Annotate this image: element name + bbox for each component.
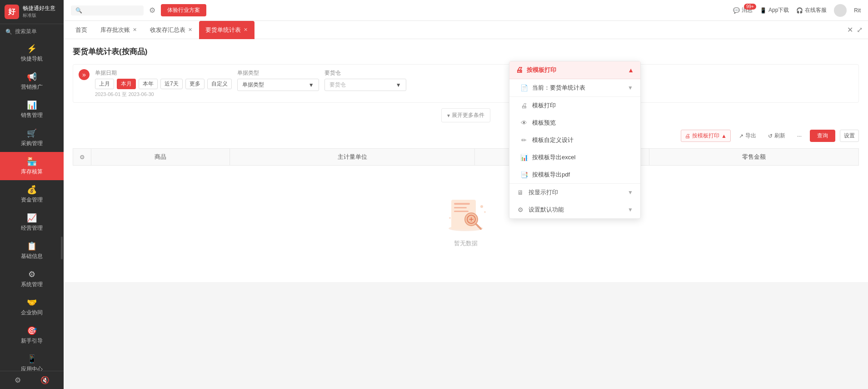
operations-icon: 📈 <box>27 213 37 223</box>
app-name: 畅捷通好生意 <box>23 5 55 12</box>
warehouse-filter-label: 要货仓 <box>324 69 406 77</box>
tab-order-stats[interactable]: 要货单统计表 ✕ <box>199 21 254 39</box>
sidebar-item-quicknav[interactable]: ⚡ 快捷导航 <box>0 39 64 67</box>
trial-button[interactable]: 体验行业方案 <box>161 4 206 16</box>
search-icon: 🔍 <box>5 29 12 35</box>
sidebar-item-marketing[interactable]: 📢 营销推广 <box>0 67 64 96</box>
current-template-icon: 📄 <box>520 84 528 91</box>
print-dropdown-menu: 🖨 按模板打印 ▲ 📄 当前：要货单统计表 ▼ 🖨 模板打印 👁 模板预览 ✏ … <box>509 61 641 219</box>
empty-state-text: 暂无数据 <box>454 239 478 248</box>
date-filter-label: 单据日期 <box>95 69 232 77</box>
pdf-export-icon: 📑 <box>520 171 528 178</box>
message-icon: 💬 <box>733 7 740 14</box>
maximize-window-icon[interactable]: ⤢ <box>857 25 863 34</box>
warehouse-select[interactable]: 要货仓 ▼ <box>324 79 406 91</box>
template-print-item[interactable]: 🖨 模板打印 <box>509 97 640 114</box>
sidebar-item-basics[interactable]: 📋 基础信息 <box>0 237 64 265</box>
filter-toggle-button[interactable]: » <box>79 69 90 80</box>
date-btn-more[interactable]: 更多 <box>185 79 205 89</box>
dropdown-chevron-up-icon: ▲ <box>628 66 634 74</box>
date-btn-last-month[interactable]: 上月 <box>95 79 114 89</box>
current-template-item[interactable]: 📄 当前：要货单统计表 ▼ <box>509 79 640 96</box>
sidebar: 好 畅捷通好生意 标准版 🔍 搜索菜单 ⚡ 快捷导航 📢 营销推广 📊 销售管理… <box>0 0 64 389</box>
topbar-search[interactable]: 🔍 <box>71 5 144 15</box>
set-default-item[interactable]: ⚙ 设置默认功能 ▼ <box>509 201 640 218</box>
sidebar-item-sales[interactable]: 📊 销售管理 <box>0 96 64 124</box>
guide-icon: 🎯 <box>27 326 37 336</box>
app-logo: 好 畅捷通好生意 标准版 <box>0 0 64 24</box>
topbar-gear-icon[interactable]: ⚙ <box>149 6 155 15</box>
close-window-icon[interactable]: ✕ <box>847 25 853 34</box>
headset-icon: 🎧 <box>796 7 803 14</box>
svg-point-11 <box>484 211 486 213</box>
template-design-icon: ✏ <box>520 136 528 144</box>
date-btn-custom[interactable]: 自定义 <box>207 79 232 89</box>
tab-close-stock-summary[interactable]: ✕ <box>188 27 192 33</box>
print-dropdown-header[interactable]: 🖨 按模板打印 ▲ <box>509 61 640 79</box>
table-column-settings-icon[interactable]: ⚙ <box>80 154 85 161</box>
sidebar-item-finance[interactable]: 💰 资金管理 <box>0 180 64 208</box>
col-header-retail: 零售金额 <box>649 149 858 166</box>
display-print-item[interactable]: 🖥 按显示打印 ▼ <box>509 184 640 201</box>
col-header-goods: 商品 <box>91 149 230 166</box>
print-dropdown-button[interactable]: 🖨 按模板打印 ▲ <box>681 130 731 142</box>
warehouse-filter-group: 要货仓 要货仓 ▼ <box>324 69 406 91</box>
template-preview-item[interactable]: 👁 模板预览 <box>509 114 640 131</box>
marketing-icon: 📢 <box>27 72 37 82</box>
data-table: ⚙ 商品 主计量单位 主数量 零售金额 <box>73 148 859 275</box>
date-btn-7days[interactable]: 近7天 <box>160 79 183 89</box>
date-btn-this-month[interactable]: 本月 <box>117 79 136 89</box>
more-button[interactable]: ··· <box>793 131 805 141</box>
empty-state: 暂无数据 <box>73 166 859 275</box>
sidebar-item-appcenter[interactable]: 📱 应用中心 <box>0 349 64 371</box>
collab-icon: 🤝 <box>27 298 37 308</box>
tab-home[interactable]: 首页 <box>69 21 94 39</box>
sidebar-item-operations[interactable]: 📈 经营管理 <box>0 208 64 237</box>
col-header-unit: 主计量单位 <box>230 149 475 166</box>
sidebar-item-collab[interactable]: 🤝 企业协同 <box>0 293 64 321</box>
tab-inventory-batch[interactable]: 库存批次账 ✕ <box>94 21 144 39</box>
tab-close-order-stats[interactable]: ✕ <box>244 27 248 33</box>
filter-bar: » 单据日期 上月 本月 本年 近7天 更多 自定义 2023-06-01 至 … <box>73 64 859 103</box>
sidebar-item-inventory[interactable]: 🏪 库存核算 <box>0 152 64 180</box>
message-button[interactable]: 💬 消息 99+ <box>733 6 753 14</box>
sidebar-item-system[interactable]: ⚙ 系统管理 <box>0 265 64 293</box>
sidebar-item-guide[interactable]: 🎯 新手引导 <box>0 321 64 349</box>
appcenter-icon: 📱 <box>27 354 37 364</box>
online-service-button[interactable]: 🎧 在线客服 <box>796 6 827 14</box>
settings-button[interactable]: 设置 <box>840 130 859 142</box>
action-bar: 🖨 按模板打印 ▲ ↗ 导出 ↺ 刷新 ··· 查询 设置 <box>73 128 859 144</box>
basics-icon: 📋 <box>27 241 37 251</box>
refresh-button[interactable]: ↺ 刷新 <box>764 130 789 141</box>
template-design-item[interactable]: ✏ 模板自定义设计 <box>509 131 640 149</box>
finance-icon: 💰 <box>27 185 37 195</box>
excel-export-icon: 📊 <box>520 154 528 161</box>
tab-close-inventory-batch[interactable]: ✕ <box>133 27 137 33</box>
topbar-right: 💬 消息 99+ 📱 App下载 🎧 在线客服 Rit <box>733 4 861 17</box>
app-download-button[interactable]: 📱 App下载 <box>760 6 789 14</box>
quicknav-icon: ⚡ <box>27 44 37 54</box>
template-export-pdf-item[interactable]: 📑 按模板导出pdf <box>509 166 640 183</box>
export-button[interactable]: ↗ 导出 <box>735 130 760 141</box>
avatar[interactable] <box>834 4 847 17</box>
query-button[interactable]: 查询 <box>810 130 835 142</box>
logo-icon: 好 <box>5 5 19 19</box>
export-icon: ↗ <box>739 133 743 139</box>
tab-stock-summary[interactable]: 收发存汇总表 ✕ <box>144 21 199 39</box>
printer-header-icon: 🖨 <box>516 66 523 74</box>
settings-footer-icon[interactable]: ⚙ <box>15 376 21 384</box>
expand-filter-button[interactable]: ▾ 展开更多条件 <box>441 108 490 122</box>
report-wrapper: 要货单统计表(按商品) » 单据日期 上月 本月 本年 近7天 更多 自定义 2… <box>64 39 868 282</box>
date-btn-this-year[interactable]: 本年 <box>139 79 158 89</box>
app-download-icon: 📱 <box>760 7 767 14</box>
purchase-icon: 🛒 <box>27 128 37 138</box>
doctype-select[interactable]: 单据类型 ▼ <box>237 79 319 91</box>
refresh-icon: ↺ <box>768 133 773 139</box>
sidebar-item-purchase[interactable]: 🛒 采购管理 <box>0 124 64 152</box>
mute-icon[interactable]: 🔇 <box>40 376 50 384</box>
tabs-window-controls: ✕ ⤢ <box>847 25 863 34</box>
sidebar-search[interactable]: 🔍 搜索菜单 <box>0 24 64 39</box>
template-print-icon: 🖨 <box>520 102 528 109</box>
sales-icon: 📊 <box>27 100 37 110</box>
template-export-excel-item[interactable]: 📊 按模板导出excel <box>509 149 640 166</box>
